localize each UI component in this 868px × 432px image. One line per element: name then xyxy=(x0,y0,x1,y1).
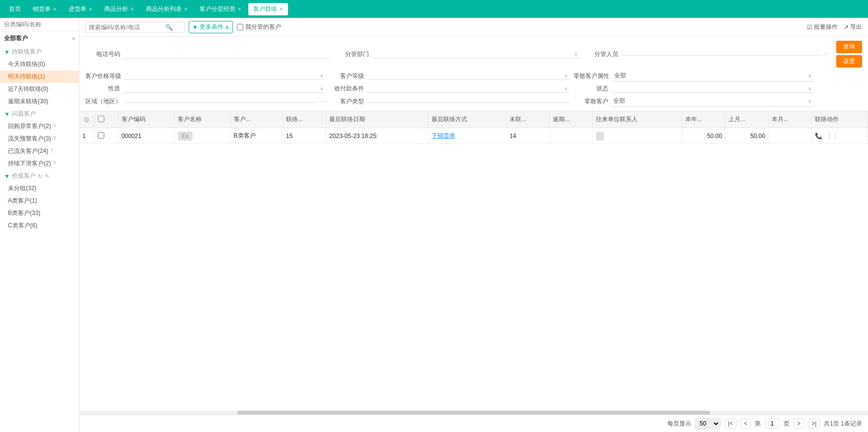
sidebar-search-input[interactable] xyxy=(4,21,78,28)
nav-customer-segmentation[interactable]: 客户分层经营 ✕ xyxy=(195,3,246,15)
th-this-year: 本年... xyxy=(682,111,725,128)
nav-product-analysis[interactable]: 商品分析 ✕ xyxy=(99,3,139,15)
filter-region-select[interactable] xyxy=(124,100,317,103)
td-no-contact-days: 14 xyxy=(506,128,550,144)
horizontal-scrollbar[interactable] xyxy=(79,411,868,415)
filter-nature-select[interactable]: ∨ xyxy=(123,85,325,93)
last-page-btn[interactable]: >| xyxy=(808,419,820,429)
nav-sales-order[interactable]: 销货单 ✕ xyxy=(28,3,62,15)
sidebar-group-value: ▼ 价值客户 ↻ ✎ xyxy=(0,170,79,182)
filter-customer-type-label: 客户类型 xyxy=(329,97,364,106)
sidebar-item-churned[interactable]: 已流失客户(24) ? xyxy=(0,145,79,157)
next-page-btn[interactable]: > xyxy=(794,419,804,429)
table-settings-icon[interactable]: ⚙ xyxy=(83,116,90,124)
filter-manager-dots[interactable]: ··· xyxy=(823,51,828,58)
action-more-icon[interactable]: ⋮⋮ xyxy=(826,133,838,140)
sidebar-item-abnormal-repurchase[interactable]: 回购异常客户(2) ? xyxy=(0,120,79,133)
filter-row-2: 客户价格等级 ∨ 客户等级 ∨ 零散客户属性 全部 xyxy=(85,71,862,81)
status-chevron-icon: ∨ xyxy=(808,86,811,91)
main-layout: 🔍 全部客户 « ▼ 待联络客户 今天待联络(0) 明天待联络(1) 近7天待联… xyxy=(0,18,868,432)
filter-status: 状态 ∨ xyxy=(574,84,813,93)
sidebar-item-7day-pending[interactable]: 近7天待联络(0) xyxy=(0,83,79,95)
sidebar-item-a-class[interactable]: A类客户(1) xyxy=(0,195,79,207)
price-level-chevron-icon: ∨ xyxy=(320,73,323,78)
filter-manager-select[interactable] xyxy=(621,53,820,56)
sidebar-item-churn-warning[interactable]: 流失预警客户(3) ? xyxy=(0,133,79,145)
filter-manager-label: 分管人员 xyxy=(583,50,618,59)
export-btn[interactable]: ↗ 导出 xyxy=(844,23,862,31)
search-icon[interactable]: 🔍 xyxy=(165,24,173,31)
sidebar-item-declining[interactable]: 持续下滑客户(2) ? xyxy=(0,157,79,170)
my-customer-checkbox[interactable] xyxy=(237,24,243,30)
filter-phone-label: 电话号码 xyxy=(85,50,120,59)
query-btn[interactable]: 查询 xyxy=(836,41,862,53)
scrollbar-thumb[interactable] xyxy=(237,411,711,415)
td-name: Ea xyxy=(174,128,230,144)
page-input[interactable] xyxy=(765,419,780,429)
filter-dept-select[interactable]: ∨ xyxy=(372,50,579,58)
filter-phone-input[interactable] xyxy=(123,50,330,59)
content-area: 🔍 ▼ 更多条件 ∧ 我分管的客户 ☑ 批量操作 ↗ 导出 xyxy=(79,18,868,432)
filter-status-label: 状态 xyxy=(574,84,608,93)
filter-price-level-select[interactable]: ∨ xyxy=(124,72,325,80)
action-phone-icon[interactable]: 📞 xyxy=(815,133,822,140)
filter-dept-label: 分管部门 xyxy=(334,50,369,59)
close-customer-segmentation-icon[interactable]: ✕ xyxy=(237,6,241,12)
filter-retail-attr-select[interactable]: 全部 ∨ xyxy=(612,71,813,81)
name-masked: Ea xyxy=(178,132,193,141)
per-page-select[interactable]: 50 100 200 xyxy=(695,418,721,429)
close-product-analysis-icon[interactable]: ✕ xyxy=(130,6,134,12)
first-page-btn[interactable]: |< xyxy=(724,419,736,429)
toolbar-right: ☑ 批量操作 ↗ 导出 xyxy=(807,23,862,31)
my-customer-check[interactable]: 我分管的客户 xyxy=(237,23,281,31)
customer-level-chevron-icon: ∨ xyxy=(564,73,568,78)
filter-nature-label: 性质 xyxy=(85,84,120,93)
sidebar-item-today-pending[interactable]: 今天待联络(0) xyxy=(0,58,79,71)
top-navigation: 首页 销货单 ✕ 进货单 ✕ 商品分析 ✕ 商品分析列表 ✕ 客户分层经营 ✕ … xyxy=(0,0,868,18)
edit-icon[interactable]: ✎ xyxy=(45,173,50,180)
close-customer-contact-icon[interactable]: ✕ xyxy=(279,6,283,12)
batch-op-checkbox-icon: ☑ xyxy=(807,24,812,31)
th-name: 客户名称 xyxy=(174,111,230,128)
filter-dept: 分管部门 ∨ xyxy=(334,50,579,59)
filter-more-btn[interactable]: ▼ 更多条件 ∧ xyxy=(189,21,233,33)
sidebar-item-b-class[interactable]: B类客户(33) xyxy=(0,207,79,219)
sidebar-item-tomorrow-pending[interactable]: 明天待联络(1) xyxy=(0,71,79,83)
prev-page-btn[interactable]: < xyxy=(740,419,751,429)
row-checkbox[interactable] xyxy=(98,132,104,139)
nav-home[interactable]: 首页 xyxy=(4,3,26,15)
nav-purchase-order[interactable]: 进货单 ✕ xyxy=(64,3,97,15)
close-sales-order-icon[interactable]: ✕ xyxy=(53,6,57,12)
reset-btn[interactable]: 设置 xyxy=(836,55,862,68)
filter-actions: 查询 设置 xyxy=(836,41,862,68)
filter-nature: 性质 ∨ xyxy=(85,84,325,93)
filter-status-select[interactable]: ∨ xyxy=(611,85,813,93)
refresh-icon[interactable]: ↻ xyxy=(38,173,43,180)
sidebar-item-overdue-contact[interactable]: 逾期未联络(30) xyxy=(0,95,79,108)
sidebar-item-ungrouped[interactable]: 未分组(32) xyxy=(0,182,79,195)
filter-customer-type-select[interactable] xyxy=(367,100,569,103)
filter-retail-customer-select[interactable]: 全部 ∨ xyxy=(611,96,813,107)
td-this-month xyxy=(768,128,811,144)
filter-region-dots[interactable]: ··· xyxy=(320,98,325,105)
sidebar-item-c-class[interactable]: C类客户(6) xyxy=(0,219,79,232)
filter-customer-level-select[interactable]: ∨ xyxy=(367,72,569,80)
nav-product-analysis-list[interactable]: 商品分析列表 ✕ xyxy=(141,3,193,15)
td-last-contact-type[interactable]: 下销货单 xyxy=(428,128,506,144)
batch-op-btn[interactable]: ☑ 批量操作 xyxy=(807,23,838,31)
td-this-year: 50.00 xyxy=(682,128,725,144)
close-purchase-order-icon[interactable]: ✕ xyxy=(88,6,92,12)
close-product-analysis-list-icon[interactable]: ✕ xyxy=(184,6,188,12)
filter-payment-select[interactable]: ∨ xyxy=(367,85,569,93)
nav-customer-contact[interactable]: 客户联络 ✕ xyxy=(248,3,288,15)
filter-row-3: 性质 ∨ 收付款条件 ∨ 状态 xyxy=(85,84,862,93)
customer-table: ⚙ 客户编码 客户名称 客户... xyxy=(79,111,868,144)
sidebar-all-customers[interactable]: 全部客户 « xyxy=(0,31,79,46)
select-all-checkbox[interactable] xyxy=(98,116,104,122)
td-checkbox xyxy=(94,128,118,144)
search-input[interactable] xyxy=(89,24,163,31)
table-row: 1 000021 Ea B类客户 15 2023-05-23 18:25: 下销… xyxy=(79,128,868,144)
filter-region: 区域（地区） ··· xyxy=(85,97,325,106)
sidebar-collapse-icon: « xyxy=(72,36,75,41)
company-contact-masked xyxy=(596,132,604,141)
